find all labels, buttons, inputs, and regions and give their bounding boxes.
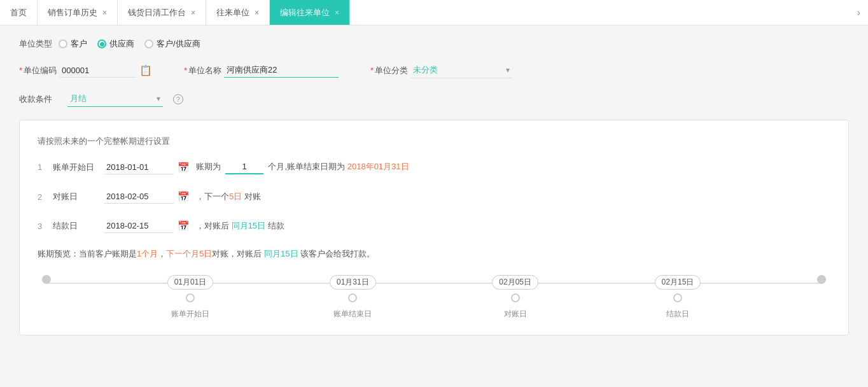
radio-customer-circle <box>59 39 67 48</box>
radio-customer[interactable]: 客户 <box>59 38 87 50</box>
unit-type-label: 单位类型 <box>19 38 52 50</box>
radio-customer-label: 客户 <box>71 38 87 50</box>
tab-cash-work-label: 钱货日清工作台 <box>128 7 186 18</box>
card-title: 请按照未来的一个完整帐期进行设置 <box>38 136 830 147</box>
tl-dot-0 <box>42 275 51 284</box>
tl-dot-end <box>817 275 826 284</box>
tl-badge-2: 01月31日 <box>330 275 376 290</box>
timeline-point-3: 02月05日 对账日 <box>492 275 538 320</box>
setting-row-1: 1 账单开始日 📅 账期为 个月,账单结束日期为 2018年01月31日 <box>38 160 830 174</box>
code-label: *单位编码 <box>19 65 57 76</box>
payment-select[interactable]: 月结 ▾ <box>67 91 163 107</box>
radio-supplier-circle <box>97 39 106 48</box>
tl-label-4: 结款日 <box>666 309 689 320</box>
setting-row-3: 3 结款日 📅 ，对账后 同月15日 结款 <box>38 219 830 233</box>
row-num-3: 3 <box>38 222 53 231</box>
date-input-1[interactable] <box>104 160 174 174</box>
payment-dropdown-icon: ▾ <box>157 94 160 103</box>
calendar-icon-2[interactable]: 📅 <box>178 191 190 202</box>
tl-badge-4: 02月15日 <box>655 275 701 290</box>
row-label-1: 账单开始日 <box>53 162 104 173</box>
tab-home-label: 首页 <box>10 7 27 18</box>
code-input[interactable] <box>59 64 136 78</box>
setting-row-2: 2 对账日 📅 ，下一个5日 对账 <box>38 190 830 204</box>
payment-label: 收款条件 <box>19 94 52 105</box>
tab-edit-partner[interactable]: 编辑往来单位 × <box>270 0 350 25</box>
tab-bar: 首页 销售订单历史 × 钱货日清工作台 × 往来单位 × 编辑往来单位 × › <box>0 0 868 25</box>
name-input[interactable] <box>224 64 339 78</box>
tab-home[interactable]: 首页 <box>0 0 38 25</box>
end-date-highlight: 2018年01月31日 <box>347 162 409 171</box>
timeline-point-start-dot <box>42 275 51 320</box>
category-field: *单位分类 未分类 ▾ <box>370 62 512 78</box>
tab-partners-label: 往来单位 <box>216 7 249 18</box>
tab-sales-history-label: 销售订单历史 <box>48 7 97 18</box>
row-desc-1: 账期为 个月,账单结束日期为 2018年01月31日 <box>196 160 409 174</box>
unit-type-radio-group: 客户 供应商 客户/供应商 <box>59 38 200 50</box>
main-content: 单位类型 客户 供应商 客户/供应商 *单位编码 📋 *单位名称 <box>0 25 868 382</box>
preview-months: 1个月 <box>137 249 158 258</box>
radio-both-label: 客户/供应商 <box>157 38 200 50</box>
tl-dot-4 <box>673 293 682 302</box>
date-input-3[interactable] <box>104 219 174 233</box>
category-dropdown-icon: ▾ <box>506 66 510 74</box>
period-input[interactable] <box>225 160 263 174</box>
payment-row: 收款条件 月结 ▾ ? <box>19 91 849 107</box>
name-label: *单位名称 <box>184 65 221 76</box>
tl-label-2: 账单结束日 <box>333 309 372 320</box>
preview-next-day: 下一个月5日 <box>166 249 212 258</box>
tab-partners[interactable]: 往来单位 × <box>206 0 270 25</box>
category-label: *单位分类 <box>370 65 408 76</box>
code-copy-icon[interactable]: 📋 <box>139 64 152 76</box>
code-field: *单位编码 📋 <box>19 64 152 78</box>
timeline-point-end-dot <box>817 275 826 320</box>
row-num-1: 1 <box>38 162 53 172</box>
tl-dot-3 <box>511 293 520 302</box>
tl-badge-1: 01月01日 <box>167 275 214 290</box>
row-label-3: 结款日 <box>53 220 104 232</box>
tab-partners-close[interactable]: × <box>255 8 259 17</box>
payment-value: 月结 <box>70 93 157 104</box>
name-field: *单位名称 <box>184 64 339 78</box>
preview-text: 账期预览：当前客户账期是1个月，下一个月5日对账，对账后 同月15日 该客户会给… <box>38 248 830 260</box>
timeline: 01月01日 账单开始日 01月31日 账单结束日 02月05日 对账日 <box>38 275 830 320</box>
row-label-2: 对账日 <box>53 191 104 202</box>
settings-card: 请按照未来的一个完整帐期进行设置 1 账单开始日 📅 账期为 个月,账单结束日期… <box>19 120 849 335</box>
tl-dot-2 <box>348 293 357 302</box>
timeline-point-2: 01月31日 账单结束日 <box>330 275 376 320</box>
code-name-cat-row: *单位编码 📋 *单位名称 *单位分类 未分类 ▾ <box>19 62 849 78</box>
calendar-icon-3[interactable]: 📅 <box>178 220 190 232</box>
radio-supplier[interactable]: 供应商 <box>97 38 134 50</box>
tab-edit-partner-label: 编辑往来单位 <box>280 7 330 18</box>
tl-dot-1 <box>186 293 195 302</box>
radio-supplier-label: 供应商 <box>109 38 134 50</box>
timeline-point-1: 01月01日 账单开始日 <box>167 275 214 320</box>
unit-type-row: 单位类型 客户 供应商 客户/供应商 <box>19 38 849 50</box>
row-desc-2: ，下一个5日 对账 <box>196 191 261 202</box>
radio-both-circle <box>144 39 153 48</box>
tab-cash-work-close[interactable]: × <box>191 8 195 17</box>
category-select[interactable]: 未分类 ▾ <box>410 62 512 78</box>
tab-edit-partner-close[interactable]: × <box>335 8 339 17</box>
next-day-highlight: 5日 <box>229 192 242 201</box>
same-month-highlight: 同月15日 <box>232 221 265 230</box>
tab-cash-work[interactable]: 钱货日清工作台 × <box>118 0 206 25</box>
tl-label-3: 对账日 <box>504 309 527 320</box>
tab-sales-history[interactable]: 销售订单历史 × <box>38 0 118 25</box>
calendar-icon-1[interactable]: 📅 <box>178 162 190 173</box>
tl-badge-3: 02月05日 <box>492 275 538 290</box>
radio-both[interactable]: 客户/供应商 <box>144 38 200 50</box>
preview-pay-day: 同月15日 <box>264 249 298 258</box>
row-num-2: 2 <box>38 192 53 202</box>
row-desc-3: ，对账后 同月15日 结款 <box>196 220 284 232</box>
date-input-2[interactable] <box>104 190 174 204</box>
category-value: 未分类 <box>413 64 506 76</box>
tab-scroll-arrow[interactable]: › <box>850 0 868 25</box>
tl-label-1: 账单开始日 <box>171 309 209 320</box>
timeline-point-4: 02月15日 结款日 <box>655 275 701 320</box>
payment-help-icon[interactable]: ? <box>173 94 183 104</box>
tab-sales-history-close[interactable]: × <box>102 8 107 17</box>
